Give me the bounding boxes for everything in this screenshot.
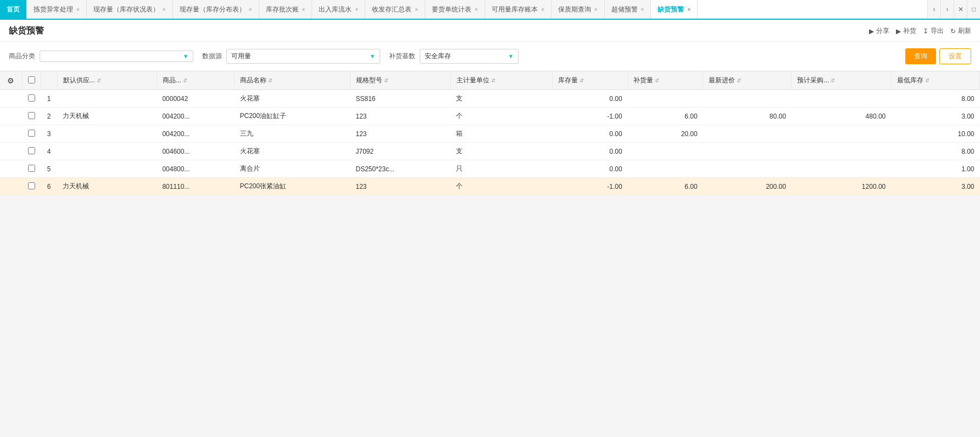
datasource-select[interactable]: 可用量 ▼ [226,49,380,64]
row-checkbox-0[interactable] [28,94,35,102]
td-num-1: 2 [41,108,57,125]
tab-close-icon-9[interactable]: × [594,7,598,13]
share-btn[interactable]: ▶ 分享 [869,26,889,36]
table-body: 10000042火花塞SS816支0.008.002力天机械004200...P… [0,90,980,195]
th-est-purchase[interactable]: 预计采购... ⇵ [792,71,891,90]
td-check-3[interactable] [22,143,41,160]
row-checkbox-4[interactable] [28,165,35,172]
tab-close-icon-10[interactable]: × [641,7,644,13]
unit-sort-icon: ⇵ [491,77,495,83]
tab-item-3[interactable]: 现存量（库存分布表）× [173,0,259,19]
tab-item-1[interactable]: 拣货异常处理× [27,0,87,19]
row-checkbox-3[interactable] [28,147,35,154]
td-check-4[interactable] [22,160,41,178]
supplement-btn[interactable]: ▶ 补货 [896,26,916,36]
th-supplier[interactable]: 默认供应... ⇵ [57,71,157,90]
page-title: 缺货预警 [9,25,44,37]
datasource-label: 数据源 [202,52,222,61]
tab-item-10[interactable]: 超储预警× [605,0,652,19]
gear-icon[interactable]: ⚙ [7,76,14,85]
tab-item-2[interactable]: 现存量（库存状况表）× [87,0,173,19]
row-checkbox-5[interactable] [28,182,35,189]
tab-item-9[interactable]: 保质期查询× [552,0,605,19]
tab-item-7[interactable]: 要货单统计表× [425,0,485,19]
td-est-purchase-2 [792,125,891,143]
query-button[interactable]: 查询 [905,48,936,64]
td-supplement-4 [628,160,703,178]
td-supplement-1: 6.00 [628,108,703,125]
tab-item-11[interactable]: 缺货预警× [651,0,698,19]
th-supplement[interactable]: 补货量 ⇵ [628,71,703,90]
tab-prev-btn[interactable]: ‹ [927,0,940,19]
share-icon: ▶ [869,27,874,35]
td-num-4: 5 [41,160,57,178]
category-label: 商品分类 [9,52,35,61]
data-table: ⚙ 默认供应... ⇵ 商品... [0,71,980,195]
refresh-icon: ↻ [950,27,956,35]
td-unit-4: 只 [450,160,552,178]
tab-next-btn[interactable]: › [940,0,954,19]
filter-bar: 商品分类 ▼ 数据源 可用量 ▼ 补货基数 安全库存 ▼ 查询 设置 [0,42,980,71]
td-supplier-5: 力天机械 [57,178,157,195]
td-check-5[interactable] [22,178,41,195]
tab-item-5[interactable]: 出入库流水× [312,0,365,19]
th-min-stock[interactable]: 最低库存 ⇵ [891,71,979,90]
tab-close-icon-3[interactable]: × [249,7,252,13]
tab-close-icon-4[interactable]: × [302,7,305,13]
tab-close-icon-6[interactable]: × [415,7,418,13]
setting-button[interactable]: 设置 [939,48,971,64]
refresh-btn[interactable]: ↻ 刷新 [950,26,971,36]
tab-maximize-btn[interactable]: □ [967,0,980,19]
export-btn[interactable]: ↧ 导出 [923,26,944,36]
tab-item-6[interactable]: 收发存汇总表× [365,0,425,19]
td-unit-1: 个 [450,108,552,125]
td-check-0[interactable] [22,90,41,108]
td-code-4: 004800... [157,160,234,178]
th-checkbox[interactable] [22,71,41,90]
code-sort-icon: ⇵ [183,77,187,83]
td-unit-2: 箱 [450,125,552,143]
table-row: 3004200...三九123箱0.0020.0010.00 [0,125,980,143]
td-unit-3: 支 [450,143,552,160]
td-check-1[interactable] [22,108,41,125]
tab-close-btn[interactable]: ✕ [954,0,967,19]
row-checkbox-2[interactable] [28,130,35,137]
th-code[interactable]: 商品... ⇵ [157,71,234,90]
latest-price-sort-icon: ⇵ [737,77,741,83]
td-est-purchase-4 [792,160,891,178]
td-min-stock-0: 8.00 [891,90,979,108]
tab-close-icon-7[interactable]: × [475,7,478,13]
th-latest-price[interactable]: 最新进价 ⇵ [703,71,792,90]
tab-close-icon-1[interactable]: × [76,7,80,13]
tab-item-8[interactable]: 可用量库存账本× [485,0,552,19]
table-header-row: ⚙ 默认供应... ⇵ 商品... [0,71,980,90]
td-spec-2: 123 [350,125,450,143]
td-check-2[interactable] [22,125,41,143]
td-name-5: PC200张紧油缸 [235,178,350,195]
table-row: 10000042火花塞SS816支0.008.00 [0,90,980,108]
tab-close-icon-5[interactable]: × [355,7,358,13]
th-gear[interactable]: ⚙ [0,71,22,90]
th-name[interactable]: 商品名称 ⇵ [235,71,350,90]
tab-close-icon-11[interactable]: × [687,7,691,13]
supplement-sort-icon: ⇵ [655,77,659,83]
td-name-2: 三九 [235,125,350,143]
tab-close-icon-2[interactable]: × [163,7,166,13]
td-min-stock-4: 1.00 [891,160,979,178]
select-all-checkbox[interactable] [28,76,35,83]
base-select[interactable]: 安全库存 ▼ [420,49,519,64]
name-sort-icon: ⇵ [268,77,272,83]
tab-item-4[interactable]: 库存批次账× [259,0,313,19]
th-stock[interactable]: 库存量 ⇵ [553,71,628,90]
td-stock-1: -1.00 [553,108,628,125]
row-checkbox-1[interactable] [28,112,35,119]
td-gear-2 [0,125,22,143]
datasource-arrow-icon: ▼ [370,53,375,59]
tab-bar: 首页拣货异常处理×现存量（库存状况表）×现存量（库存分布表）×库存批次账×出入库… [0,0,980,20]
td-code-1: 004200... [157,108,234,125]
tab-item-0[interactable]: 首页 [0,0,27,19]
th-spec[interactable]: 规格型号 ⇵ [350,71,450,90]
th-unit[interactable]: 主计量单位 ⇵ [450,71,552,90]
category-select[interactable]: ▼ [40,51,193,62]
tab-close-icon-8[interactable]: × [541,7,544,13]
